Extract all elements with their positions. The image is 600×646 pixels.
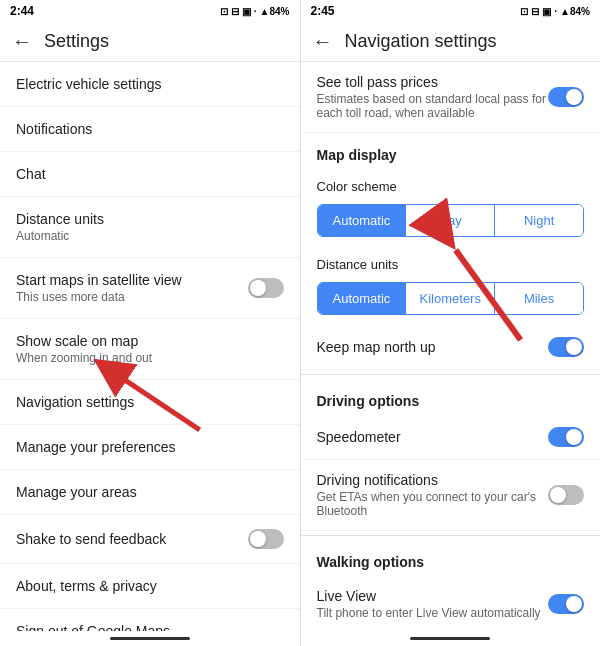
- list-item[interactable]: Shake to send feedback: [0, 515, 300, 564]
- right-status-bar: 2:45 ⊡ ⊟ ▣ · ▲84%: [301, 0, 601, 22]
- left-scroll-indicator: [110, 637, 190, 640]
- toll-pass-row[interactable]: See toll pass prices Estimates based on …: [301, 62, 601, 133]
- speedometer-row[interactable]: Speedometer: [301, 415, 601, 460]
- section-divider: [301, 374, 601, 375]
- distance-automatic[interactable]: Automatic: [318, 283, 406, 314]
- list-item[interactable]: Sign out of Google Maps: [0, 609, 300, 631]
- left-status-icons: ⊡ ⊟ ▣ · ▲84%: [220, 6, 290, 17]
- section-divider-2: [301, 535, 601, 536]
- list-item[interactable]: About, terms & privacy: [0, 564, 300, 609]
- right-time: 2:45: [311, 4, 335, 18]
- map-display-title: Map display: [301, 133, 601, 169]
- left-header: ← Settings: [0, 22, 300, 62]
- list-item[interactable]: Electric vehicle settings: [0, 62, 300, 107]
- distance-units-group: Automatic Kilometers Miles: [317, 282, 585, 315]
- right-page-title: Navigation settings: [345, 31, 497, 52]
- distance-miles[interactable]: Miles: [494, 283, 583, 314]
- color-scheme-day[interactable]: Day: [405, 205, 494, 236]
- left-settings-list: Electric vehicle settings Notifications …: [0, 62, 300, 631]
- driving-options-title: Driving options: [301, 379, 601, 415]
- driving-notifications-toggle[interactable]: [548, 485, 584, 505]
- list-item[interactable]: Distance units Automatic: [0, 197, 300, 258]
- live-view-row[interactable]: Live View Tilt phone to enter Live View …: [301, 576, 601, 631]
- right-scroll-indicator: [410, 637, 490, 640]
- speedometer-toggle[interactable]: [548, 427, 584, 447]
- left-page-title: Settings: [44, 31, 109, 52]
- shake-feedback-toggle[interactable]: [248, 529, 284, 549]
- distance-units-label: Distance units: [301, 247, 601, 276]
- right-status-icons: ⊡ ⊟ ▣ · ▲84%: [520, 6, 590, 17]
- left-time: 2:44: [10, 4, 34, 18]
- live-view-toggle[interactable]: [548, 594, 584, 614]
- walking-options-title: Walking options: [301, 540, 601, 576]
- right-settings-list: See toll pass prices Estimates based on …: [301, 62, 601, 631]
- navigation-settings-item[interactable]: Navigation settings: [0, 380, 300, 425]
- keep-north-toggle[interactable]: [548, 337, 584, 357]
- list-item[interactable]: Manage your areas: [0, 470, 300, 515]
- list-item[interactable]: Manage your preferences: [0, 425, 300, 470]
- list-item[interactable]: Chat: [0, 152, 300, 197]
- left-back-button[interactable]: ←: [12, 30, 32, 53]
- driving-notifications-row[interactable]: Driving notifications Get ETAs when you …: [301, 460, 601, 531]
- toll-pass-toggle[interactable]: [548, 87, 584, 107]
- color-scheme-label: Color scheme: [301, 169, 601, 198]
- color-scheme-group: Automatic Day Night: [317, 204, 585, 237]
- list-item[interactable]: Notifications: [0, 107, 300, 152]
- distance-kilometers[interactable]: Kilometers: [405, 283, 494, 314]
- keep-north-row[interactable]: Keep map north up: [301, 325, 601, 370]
- color-scheme-automatic[interactable]: Automatic: [318, 205, 406, 236]
- color-scheme-night[interactable]: Night: [494, 205, 583, 236]
- list-item[interactable]: Show scale on map When zooming in and ou…: [0, 319, 300, 380]
- left-status-bar: 2:44 ⊡ ⊟ ▣ · ▲84%: [0, 0, 300, 22]
- right-back-button[interactable]: ←: [313, 30, 333, 53]
- satellite-toggle[interactable]: [248, 278, 284, 298]
- right-header: ← Navigation settings: [301, 22, 601, 62]
- list-item[interactable]: Start maps in satellite view This uses m…: [0, 258, 300, 319]
